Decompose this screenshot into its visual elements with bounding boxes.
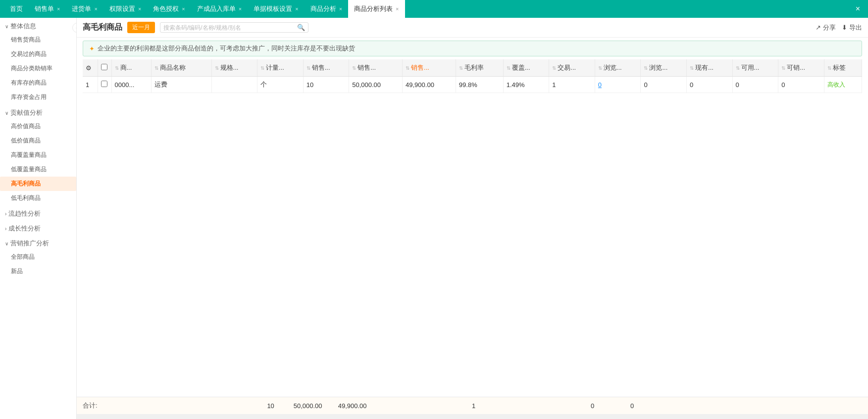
col-sales2: ⇅销售...	[349, 59, 403, 77]
col-current: ⇅现有...	[687, 59, 733, 77]
cell-current: 0	[687, 77, 733, 93]
sidebar-item-low-coverage[interactable]: 低覆盖量商品	[0, 162, 76, 177]
col-code: ⇅商...	[111, 59, 151, 77]
close-icon[interactable]: ×	[138, 6, 141, 12]
close-icon[interactable]: ×	[295, 6, 298, 12]
close-icon[interactable]: ×	[182, 6, 185, 12]
col-saleable: ⇅可销...	[778, 59, 824, 77]
window-close-button[interactable]: ×	[852, 4, 864, 13]
col-transaction: ⇅交易...	[549, 59, 595, 77]
cell-code: 0000...	[111, 77, 151, 93]
search-input[interactable]	[163, 24, 295, 31]
sidebar-item-in-stock-goods[interactable]: 有库存的商品	[0, 76, 76, 90]
chevron-down-icon: ∨	[5, 110, 8, 116]
cell-unit: 个	[257, 77, 304, 93]
sidebar-group-overall[interactable]: ∨ 整体信息	[0, 18, 76, 33]
sidebar: « ∨ 整体信息 销售货商品 交易过的商品 商品分类助销率 有库存的商品 库存资…	[0, 18, 77, 419]
filter-period-button[interactable]: 近一月	[127, 22, 155, 33]
share-button[interactable]: ↗ 分享	[816, 23, 836, 32]
nav-product-analysis-list[interactable]: 商品分析列表 ×	[348, 0, 405, 18]
col-available: ⇅可用...	[732, 59, 778, 77]
content-area: 高毛利商品 近一月 🔍 ↗ 分享 ⬇ 导出 ✦ 企业的主要的利润都是这部分商品创…	[77, 18, 868, 419]
table-header-row: ⚙ ⇅商... ⇅商品名称 ⇅规格... ⇅计量... ⇅销售... ⇅销售..…	[83, 59, 862, 77]
share-icon: ↗	[816, 24, 821, 31]
chevron-right-icon: ›	[5, 226, 6, 232]
horizontal-scrollbar[interactable]	[77, 414, 868, 419]
sidebar-group-contribution[interactable]: ∨ 贡献值分析	[0, 104, 76, 119]
select-all-checkbox[interactable]	[101, 64, 107, 70]
footer-sales2: 50,000.00	[286, 402, 330, 410]
cell-sales1: 10	[303, 77, 349, 93]
cell-sales2: 50,000.00	[349, 77, 403, 93]
col-unit: ⇅计量...	[257, 59, 304, 77]
close-icon[interactable]: ×	[94, 6, 97, 12]
sidebar-item-low-value[interactable]: 低价值商品	[0, 134, 76, 148]
col-product-name: ⇅商品名称	[151, 59, 211, 77]
close-icon[interactable]: ×	[396, 6, 399, 12]
sidebar-item-all-goods[interactable]: 全部商品	[0, 250, 76, 264]
cell-coverage: 1.49%	[503, 77, 549, 93]
col-checkbox	[98, 59, 111, 77]
browse-link[interactable]: 0	[598, 81, 602, 89]
sidebar-item-high-coverage[interactable]: 高覆盖量商品	[0, 148, 76, 162]
nav-product-inbound[interactable]: 产成品入库单 ×	[191, 0, 248, 18]
top-navigation: 首页 销售单 × 进货单 × 权限设置 × 角色授权 × 产成品入库单 × 单据…	[0, 0, 868, 18]
cell-tag: 高收入	[824, 77, 862, 93]
cell-checkbox	[98, 77, 111, 93]
main-layout: « ∨ 整体信息 销售货商品 交易过的商品 商品分类助销率 有库存的商品 库存资…	[0, 18, 868, 419]
cell-transaction: 1	[549, 77, 595, 93]
footer-current: 0	[573, 402, 613, 410]
sidebar-group-growth[interactable]: › 成长性分析	[0, 220, 76, 235]
cell-name: 运费	[151, 77, 211, 93]
close-icon[interactable]: ×	[339, 6, 342, 12]
col-browse2: ⇅浏览...	[641, 59, 687, 77]
footer-spacer2	[375, 402, 454, 410]
sidebar-item-traded-goods[interactable]: 交易过的商品	[0, 47, 76, 61]
sidebar-item-low-margin[interactable]: 低毛利商品	[0, 191, 76, 205]
row-checkbox[interactable]	[101, 81, 107, 87]
close-icon[interactable]: ×	[57, 6, 60, 12]
sidebar-item-new-goods[interactable]: 新品	[0, 264, 76, 279]
cell-browse2: 0	[641, 77, 687, 93]
sidebar-group-marketing[interactable]: ∨ 营销推广分析	[0, 235, 76, 250]
sidebar-item-high-value[interactable]: 高价值商品	[0, 119, 76, 134]
footer-label: 合计:	[83, 401, 98, 410]
cell-gross-rate: 99.8%	[456, 77, 503, 93]
nav-purchase[interactable]: 进货单 ×	[66, 0, 103, 18]
header-actions: ↗ 分享 ⬇ 导出	[816, 23, 862, 32]
chevron-right-icon: ›	[5, 211, 6, 217]
sidebar-item-high-margin[interactable]: 高毛利商品	[0, 177, 76, 191]
content-header: 高毛利商品 近一月 🔍 ↗ 分享 ⬇ 导出	[77, 18, 868, 38]
close-icon[interactable]: ×	[239, 6, 242, 12]
footer-transaction: 1	[454, 402, 494, 410]
sidebar-group-trend[interactable]: › 流趋性分析	[0, 205, 76, 220]
nav-home[interactable]: 首页	[4, 0, 29, 18]
footer-available: 0	[613, 402, 652, 410]
footer-values: 10 50,000.00 49,900.00 1 0 0	[107, 402, 862, 410]
notice-icon: ✦	[89, 45, 95, 52]
col-sales3: ⇅销售...	[403, 59, 456, 77]
col-settings[interactable]: ⚙	[83, 59, 98, 77]
col-tag: ⇅标签	[824, 59, 862, 77]
cell-saleable: 0	[778, 77, 824, 93]
col-gross-rate: ⇅毛利率	[456, 59, 503, 77]
chevron-down-icon: ∨	[5, 24, 8, 29]
sidebar-item-sales-goods[interactable]: 销售货商品	[0, 33, 76, 47]
notice-bar: ✦ 企业的主要的利润都是这部分商品创造的，可考虑加大推广，同时关注库存是不要出现…	[83, 41, 862, 56]
search-icon[interactable]: 🔍	[297, 24, 305, 31]
nav-product-analysis[interactable]: 商品分析 ×	[305, 0, 348, 18]
page-title: 高毛利商品	[83, 22, 122, 33]
footer-summary: 合计: 10 50,000.00 49,900.00 1 0 0	[77, 397, 868, 414]
search-box: 🔍	[160, 22, 308, 33]
sidebar-item-inventory-capital[interactable]: 库存资金占用	[0, 90, 76, 104]
footer-sales3: 49,900.00	[330, 402, 375, 410]
sidebar-item-category-sales-rate[interactable]: 商品分类助销率	[0, 61, 76, 76]
footer-spacer3	[494, 402, 533, 410]
nav-permission-settings[interactable]: 权限设置 ×	[103, 0, 147, 18]
nav-sales[interactable]: 销售单 ×	[29, 0, 66, 18]
col-spec: ⇅规格...	[211, 59, 257, 77]
nav-template-settings[interactable]: 单据模板设置 ×	[248, 0, 304, 18]
export-icon: ⬇	[842, 24, 847, 31]
export-button[interactable]: ⬇ 导出	[842, 23, 862, 32]
nav-role-auth[interactable]: 角色授权 ×	[147, 0, 191, 18]
